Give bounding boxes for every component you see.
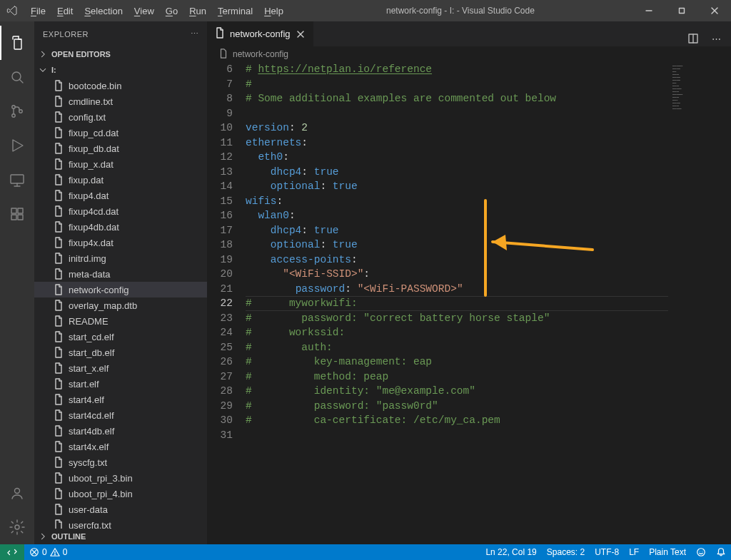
menu-go[interactable]: Go — [161, 3, 183, 19]
file-item[interactable]: start_db.elf — [34, 345, 207, 360]
file-item[interactable]: start4db.elf — [34, 423, 207, 439]
code-line[interactable]: # Some additional examples are commented… — [246, 91, 731, 106]
window-title: network-config - I: - Visual Studio Code — [288, 6, 632, 16]
encoding-status[interactable]: UTF-8 — [590, 544, 624, 560]
file-item[interactable]: start4cd.elf — [34, 407, 207, 423]
menu-help[interactable]: Help — [259, 3, 288, 19]
file-item[interactable]: start.elf — [34, 376, 207, 392]
problems-indicator[interactable]: 0 0 — [24, 544, 72, 560]
file-icon — [53, 331, 64, 342]
language-mode[interactable]: Plain Text — [644, 544, 691, 560]
menu-terminal[interactable]: Terminal — [213, 3, 258, 19]
feedback-icon[interactable] — [691, 544, 711, 560]
file-item[interactable]: fixup_db.dat — [34, 141, 207, 156]
file-item[interactable]: fixup_x.dat — [34, 156, 207, 172]
code-line[interactable]: # password: "correct battery horse stapl… — [246, 311, 731, 326]
settings-gear-icon[interactable] — [0, 510, 34, 544]
svg-rect-9 — [11, 175, 24, 183]
code-line[interactable]: eth0: — [246, 150, 731, 165]
file-item[interactable]: meta-data — [34, 266, 207, 282]
maximize-button[interactable] — [665, 0, 698, 21]
remote-explorer-icon[interactable] — [0, 163, 34, 197]
file-item[interactable]: start_cd.elf — [34, 329, 207, 345]
file-item[interactable]: user-data — [34, 502, 207, 517]
minimap[interactable]: ▬▬▬▬▬▬▬▬▬▬▬▬▬▬▬▬▬▬▬▬▬▬▬▬▬▬▬▬▬▬▬▬▬▬▬▬▬▬▬▬… — [668, 62, 731, 544]
file-item[interactable]: fixup.dat — [34, 172, 207, 188]
file-item[interactable]: config.txt — [34, 109, 207, 125]
code-line[interactable]: password: "<WiFi-PASSWORD>" — [246, 282, 731, 297]
code-line[interactable]: ethernets: — [246, 136, 731, 151]
code-line[interactable]: # password: "passw0rd" — [246, 399, 731, 414]
menu-view[interactable]: View — [129, 3, 159, 19]
file-item[interactable]: start4.elf — [34, 392, 207, 407]
search-icon[interactable] — [0, 60, 34, 94]
file-label: fixup_cd.dat — [69, 128, 119, 138]
run-debug-icon[interactable] — [0, 128, 34, 163]
code-line[interactable]: version: 2 — [246, 121, 731, 136]
editor-more-icon[interactable]: ⋯ — [708, 31, 724, 46]
tab-network-config[interactable]: network-config — [207, 21, 314, 46]
code-content[interactable]: ▬▬▬▬▬▬▬▬▬▬▬▬▬▬▬▬▬▬▬▬▬▬▬▬▬▬▬▬▬▬▬▬▬▬▬▬▬▬▬▬… — [246, 62, 731, 544]
file-item[interactable]: network-config — [34, 282, 207, 297]
code-line[interactable]: # — [246, 77, 731, 92]
svg-line-5 — [20, 80, 24, 83]
file-item[interactable]: start_x.elf — [34, 360, 207, 376]
folder-root-section[interactable]: I: — [34, 62, 207, 78]
file-item[interactable]: overlay_map.dtb — [34, 297, 207, 313]
outline-section[interactable]: OUTLINE — [34, 529, 207, 544]
minimize-button[interactable] — [632, 0, 665, 21]
split-editor-icon[interactable] — [685, 31, 701, 46]
explorer-more-icon[interactable]: ⋯ — [191, 29, 199, 39]
code-editor[interactable]: 6789101112131415161718192021222324252627… — [207, 62, 731, 544]
code-line[interactable]: # workssid: — [246, 325, 731, 340]
breadcrumb[interactable]: network-config — [207, 46, 731, 62]
tab-close-icon[interactable] — [295, 29, 306, 40]
code-line[interactable]: # key-management: eap — [246, 355, 731, 370]
file-item[interactable]: uboot_rpi_4.bin — [34, 486, 207, 502]
code-line[interactable]: optional: true — [246, 179, 731, 194]
menu-file[interactable]: File — [26, 3, 51, 19]
menu-edit[interactable]: Edit — [52, 3, 78, 19]
code-line[interactable]: # auth: — [246, 340, 731, 355]
code-line[interactable]: dhcp4: true — [246, 223, 731, 238]
source-control-icon[interactable] — [0, 94, 34, 128]
file-item[interactable]: fixup_cd.dat — [34, 125, 207, 141]
eol-status[interactable]: LF — [624, 544, 644, 560]
file-item[interactable]: fixup4x.dat — [34, 235, 207, 250]
code-line[interactable]: # identity: "me@example.com" — [246, 384, 731, 399]
open-editors-section[interactable]: OPEN EDITORS — [34, 46, 207, 62]
code-line[interactable]: wlan0: — [246, 208, 731, 223]
file-item[interactable]: fixup4.dat — [34, 188, 207, 203]
file-item[interactable]: README — [34, 313, 207, 329]
code-line[interactable]: dhcp4: true — [246, 165, 731, 180]
code-line[interactable] — [246, 428, 731, 443]
code-line[interactable]: optional: true — [246, 238, 731, 253]
file-item[interactable]: bootcode.bin — [34, 78, 207, 93]
account-icon[interactable] — [0, 476, 34, 510]
explorer-icon[interactable] — [0, 26, 34, 60]
code-line[interactable]: # https://netplan.io/reference — [246, 62, 731, 77]
menu-selection[interactable]: Selection — [79, 3, 127, 19]
svg-rect-12 — [11, 208, 16, 213]
extensions-icon[interactable] — [0, 197, 34, 231]
code-line[interactable]: "<WiFi-SSID>": — [246, 267, 731, 282]
code-line[interactable]: # ca-certificate: /etc/my_ca.pem — [246, 413, 731, 428]
indentation-status[interactable]: Spaces: 2 — [542, 544, 590, 560]
file-item[interactable]: usercfg.txt — [34, 517, 207, 529]
menu-run[interactable]: Run — [184, 3, 211, 19]
cursor-position[interactable]: Ln 22, Col 19 — [480, 544, 541, 560]
file-item[interactable]: cmdline.txt — [34, 93, 207, 109]
code-line[interactable] — [246, 106, 731, 121]
code-line[interactable]: # method: peap — [246, 370, 731, 385]
file-item[interactable]: start4x.elf — [34, 439, 207, 454]
file-item[interactable]: fixup4db.dat — [34, 219, 207, 235]
remote-indicator[interactable] — [0, 544, 24, 560]
file-item[interactable]: uboot_rpi_3.bin — [34, 470, 207, 486]
file-item[interactable]: fixup4cd.dat — [34, 203, 207, 219]
close-button[interactable] — [698, 0, 731, 21]
file-item[interactable]: syscfg.txt — [34, 454, 207, 470]
file-item[interactable]: initrd.img — [34, 250, 207, 266]
code-line[interactable]: access-points: — [246, 253, 731, 268]
notifications-icon[interactable] — [711, 544, 731, 560]
code-line[interactable]: wifis: — [246, 194, 731, 209]
